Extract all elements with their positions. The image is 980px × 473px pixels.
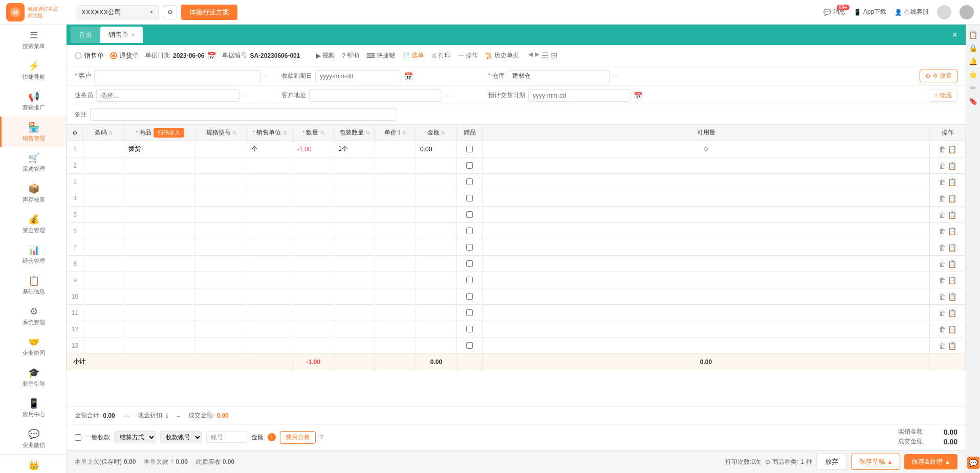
copy-icon[interactable]: 📋 [948, 227, 956, 235]
help-button[interactable]: ? 帮助 [340, 50, 361, 61]
right-panel-edit-icon[interactable]: ✏ [967, 82, 979, 94]
row-price[interactable] [375, 141, 416, 157]
row-qty[interactable] [293, 174, 334, 190]
warehouse-input[interactable] [508, 70, 610, 82]
sidebar-item-wechat[interactable]: 💬 企业微信 [0, 423, 66, 454]
delete-icon[interactable]: 🗑 [939, 260, 946, 268]
row-spec[interactable] [196, 321, 247, 337]
delete-icon[interactable]: 🗑 [939, 309, 946, 317]
customer-address-input[interactable] [309, 89, 442, 102]
delete-icon[interactable]: 🗑 [939, 276, 946, 284]
copy-icon[interactable]: 📋 [948, 211, 956, 219]
row-unit[interactable] [247, 174, 293, 190]
row-amount[interactable] [416, 256, 457, 272]
row-amount[interactable] [416, 207, 457, 223]
sidebar-item-purchase[interactable]: 🛒 采购管理 [0, 147, 66, 178]
customer-input[interactable] [94, 70, 261, 82]
copy-icon[interactable]: 📋 [948, 292, 956, 301]
customer-more-icon[interactable]: ··· [264, 73, 269, 80]
sidebar-item-finance[interactable]: 💰 资金管理 [0, 209, 66, 239]
copy-icon[interactable]: 📋 [948, 276, 956, 284]
row-amount[interactable] [416, 305, 457, 321]
calendar-icon[interactable]: 📅 [207, 52, 216, 60]
row-unit[interactable] [247, 207, 293, 223]
copy-icon[interactable]: 📋 [948, 162, 956, 170]
row-gift[interactable] [457, 337, 483, 354]
tab-close-icon[interactable]: × [132, 32, 135, 38]
row-gift[interactable] [457, 288, 483, 305]
row-unit[interactable] [247, 256, 293, 272]
delete-icon[interactable]: 🗑 [939, 325, 946, 333]
row-gift[interactable] [457, 223, 483, 239]
sales-radio[interactable]: 销售单 [75, 51, 104, 60]
window-close-button[interactable]: × [948, 30, 962, 40]
copy-icon[interactable]: 📋 [948, 145, 956, 153]
row-price[interactable] [375, 288, 416, 305]
sidebar-item-basic-info[interactable]: 📋 基础信息 [0, 270, 66, 301]
row-price[interactable] [375, 157, 416, 174]
row-qty[interactable] [293, 288, 334, 305]
row-unit[interactable] [247, 321, 293, 337]
row-pkg-qty[interactable] [334, 288, 375, 305]
sidebar-item-quick-nav[interactable]: ⚡ 快捷导航 [0, 55, 66, 86]
row-price[interactable] [375, 305, 416, 321]
sidebar-item-search[interactable]: ☰ 搜索菜单 [0, 25, 66, 55]
row-barcode[interactable] [83, 256, 124, 272]
add-payment-button[interactable]: + [268, 433, 276, 441]
warehouse-more-icon[interactable]: ··· [613, 73, 618, 80]
row-qty[interactable] [293, 256, 334, 272]
row-price[interactable] [375, 239, 416, 256]
settlement-method-select[interactable]: 结算方式 [114, 431, 156, 443]
row-product[interactable] [124, 207, 196, 223]
delete-icon[interactable]: 🗑 [939, 178, 946, 186]
row-price[interactable] [375, 223, 416, 239]
row-pkg-qty[interactable] [334, 174, 375, 190]
row-spec[interactable] [196, 141, 247, 157]
row-amount[interactable] [416, 288, 457, 305]
row-product[interactable] [124, 321, 196, 337]
row-barcode[interactable] [83, 272, 124, 288]
row-spec[interactable] [196, 305, 247, 321]
barcode-sort-icon[interactable]: ⇅ [108, 130, 113, 136]
row-qty[interactable] [293, 337, 334, 354]
row-product[interactable] [124, 272, 196, 288]
row-unit[interactable] [247, 157, 293, 174]
sidebar-item-apps[interactable]: 📱 应用中心 [0, 393, 66, 423]
print-button[interactable]: 🖨 打印 [429, 50, 453, 61]
row-barcode[interactable] [83, 321, 124, 337]
select-button[interactable]: 📄 选单 [400, 50, 426, 61]
row-spec[interactable] [196, 239, 247, 256]
qty-sort-icon[interactable]: ⇅ [320, 130, 324, 136]
row-pkg-qty[interactable] [334, 207, 375, 223]
salesperson-more-icon[interactable]: ··· [243, 92, 248, 99]
delete-icon[interactable]: 🗑 [939, 227, 946, 235]
row-gift[interactable] [457, 239, 483, 256]
row-spec[interactable] [196, 207, 247, 223]
row-barcode[interactable] [83, 337, 124, 354]
row-amount[interactable] [416, 190, 457, 207]
row-pkg-qty[interactable] [334, 337, 375, 354]
copy-icon[interactable]: 📋 [948, 194, 956, 202]
tab-sales-order[interactable]: 销售单 × [100, 27, 143, 43]
next-record-button[interactable]: ▶ [535, 51, 539, 60]
row-spec[interactable] [196, 337, 247, 354]
row-pkg-qty[interactable] [334, 157, 375, 174]
row-barcode[interactable] [83, 239, 124, 256]
row-price[interactable] [375, 272, 416, 288]
delete-icon[interactable]: 🗑 [939, 243, 946, 252]
sidebar-item-system[interactable]: ⚙ 系统管理 [0, 301, 66, 331]
row-gift[interactable] [457, 305, 483, 321]
row-product[interactable] [124, 288, 196, 305]
row-price[interactable] [375, 321, 416, 337]
row-gift[interactable] [457, 321, 483, 337]
sidebar-item-marketing[interactable]: 📢 营销推广 [0, 86, 66, 117]
delete-icon[interactable]: 🗑 [939, 342, 946, 350]
account-select[interactable]: 收款账号 [160, 431, 202, 443]
row-product[interactable] [124, 157, 196, 174]
form-settings-button[interactable]: ⚙ ⚙ 设置 [920, 70, 957, 82]
video-button[interactable]: ▶ 视频 [314, 50, 337, 61]
prev-record-button[interactable]: ◀ [528, 51, 533, 60]
copy-icon[interactable]: 📋 [948, 243, 956, 252]
actions-button[interactable]: ⋯ 操作 [456, 50, 480, 61]
row-product[interactable] [124, 174, 196, 190]
